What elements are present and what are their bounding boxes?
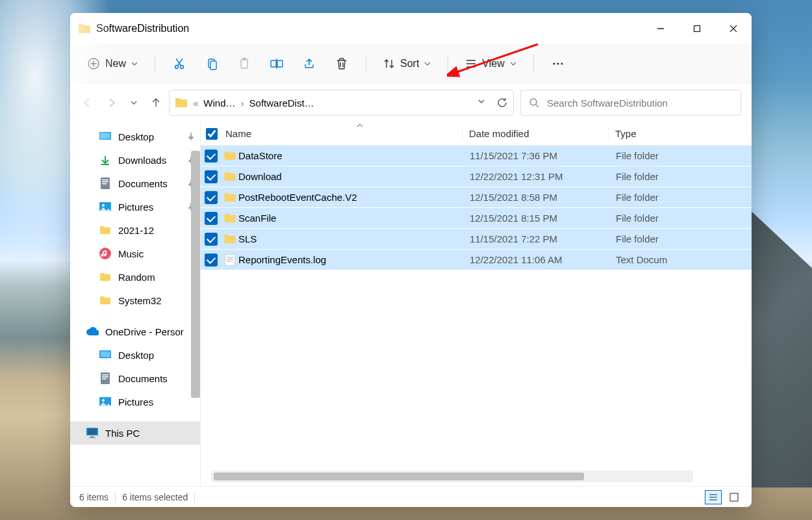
file-date: 12/22/2021 11:06 AM [463,254,609,265]
sidebar-item-label: Documents [118,178,168,189]
svg-rect-48 [102,378,107,380]
file-type: File folder [609,213,752,224]
breadcrumb-overflow-icon[interactable]: « [193,98,198,109]
sidebar-item-label: Music [118,248,144,259]
sidebar-item-2021-12[interactable]: 2021-12 [70,218,200,242]
address-bar[interactable]: « Wind… › SoftwareDist… [169,90,514,116]
sidebar-item-downloads[interactable]: Downloads [70,148,200,172]
folder-icon [222,192,238,202]
select-all-checkbox[interactable] [206,128,218,140]
column-name[interactable]: Name [222,128,462,139]
sidebar-item-this-pc[interactable]: This PC [70,421,200,445]
file-row[interactable]: ScanFile12/15/2021 8:15 PMFile folder [201,208,752,229]
sidebar-item-desktop[interactable]: Desktop [70,125,200,148]
row-checkbox[interactable] [205,233,218,246]
file-name: ReportingEvents.log [238,254,463,265]
sidebar-item-label: System32 [118,295,162,306]
svg-rect-16 [277,60,283,67]
svg-point-28 [561,62,563,64]
sidebar-item-system32[interactable]: System32 [70,289,200,312]
file-name: SLS [238,233,463,244]
onedrive-icon [86,325,99,338]
search-input[interactable]: Search SoftwareDistribution [520,90,741,116]
forward-button[interactable] [105,96,118,109]
column-type[interactable]: Type [608,128,752,139]
back-button[interactable] [81,96,94,109]
sidebar-item-label: Downloads [118,155,166,166]
svg-point-50 [102,399,105,402]
refresh-button[interactable] [496,97,508,109]
minimize-button[interactable] [642,13,679,44]
search-placeholder: Search SoftwareDistribution [547,98,668,109]
sort-button[interactable]: Sort [377,54,437,73]
address-row: « Wind… › SoftwareDist… Search SoftwareD… [70,83,752,122]
details-view-button[interactable] [705,490,722,504]
view-button[interactable]: View [459,54,522,73]
folder-icon [222,234,238,244]
column-date[interactable]: Date modified [462,128,608,139]
svg-rect-15 [271,60,276,67]
file-row[interactable]: SLS11/15/2021 7:22 PMFile folder [201,229,752,250]
rename-button[interactable] [263,51,290,77]
paste-button[interactable] [231,51,258,77]
copy-button[interactable] [198,51,225,77]
file-explorer-window: SoftwareDistribution New Sort View [70,13,752,507]
svg-rect-37 [102,179,108,181]
sidebar-item-pictures[interactable]: Pictures [70,195,200,218]
pictures-icon [99,200,112,213]
breadcrumb-parent[interactable]: Wind… [203,98,235,109]
file-row[interactable]: DataStore11/15/2021 7:36 PMFile folder [201,146,752,166]
chevron-right-icon: › [241,98,244,109]
breadcrumb-current[interactable]: SoftwareDist… [249,98,314,109]
new-label: New [105,58,126,70]
sidebar-item-desktop[interactable]: Desktop [70,343,200,367]
file-row[interactable]: Download12/22/2021 12:31 PMFile folder [201,166,752,187]
new-button[interactable]: New [81,53,144,74]
row-checkbox[interactable] [205,254,218,266]
file-type: File folder [609,192,752,203]
row-checkbox[interactable] [205,150,218,162]
thumbnails-view-button[interactable] [726,490,742,504]
documents-icon [99,177,112,190]
maximize-button[interactable] [679,13,715,44]
sidebar-item-label: Documents [118,373,168,384]
sidebar-item-pictures[interactable]: Pictures [70,390,200,413]
folder-icon [99,270,112,283]
folder-icon [99,224,112,237]
up-button[interactable] [149,96,162,109]
more-button[interactable] [544,51,572,77]
svg-rect-53 [90,436,94,437]
file-row[interactable]: ReportingEvents.log12/22/2021 11:06 AMTe… [201,250,752,270]
row-checkbox[interactable] [205,212,218,225]
sidebar-item-label: Desktop [118,350,154,361]
sidebar-item-label: This PC [105,428,140,439]
recent-locations-button[interactable] [130,99,138,107]
sidebar-item-label: Random [118,272,155,283]
sidebar-item-documents[interactable]: Documents [70,172,200,195]
svg-line-31 [536,105,539,107]
share-button[interactable] [296,51,323,77]
chevron-down-icon[interactable] [477,97,486,109]
close-button[interactable] [715,13,752,44]
pin-icon [187,132,195,141]
view-label: View [482,58,504,70]
desktop-icon [99,130,112,143]
folder-icon [222,151,238,161]
documents-icon [99,372,112,385]
status-selected: 6 items selected [122,492,188,502]
sidebar-item-documents[interactable]: Documents [70,367,200,390]
svg-point-30 [530,99,537,105]
delete-button[interactable] [328,51,355,77]
file-row[interactable]: PostRebootEventCache.V212/15/2021 8:58 P… [201,187,752,208]
sidebar-item-music[interactable]: Music [70,242,200,265]
horizontal-scrollbar[interactable] [211,471,693,482]
sidebar-item-random[interactable]: Random [70,265,200,289]
chevron-down-icon [424,60,431,67]
sidebar-scrollbar[interactable] [191,151,200,398]
svg-rect-1 [694,26,700,32]
row-checkbox[interactable] [205,170,218,183]
row-checkbox[interactable] [205,191,218,204]
file-date: 11/15/2021 7:22 PM [463,233,609,244]
cut-button[interactable] [166,51,193,77]
sidebar-item-onedrive-persor[interactable]: OneDrive - Persor [70,320,200,343]
